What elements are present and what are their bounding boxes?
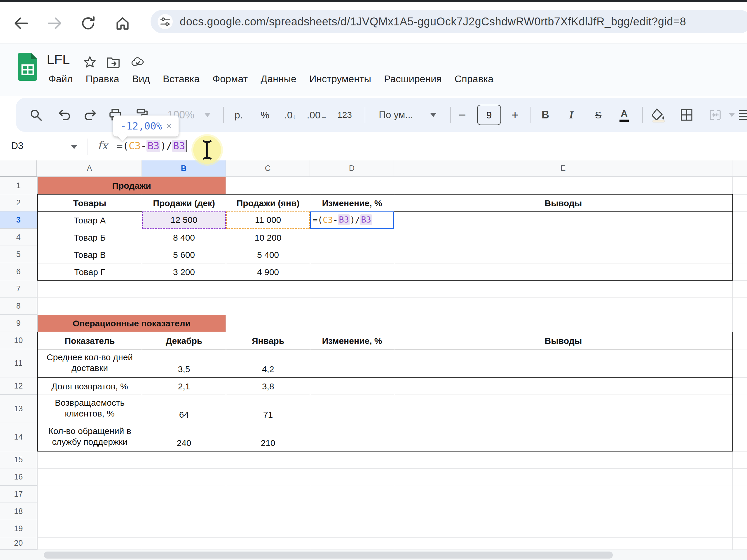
cell-A2[interactable]: Товары bbox=[37, 194, 142, 212]
cell-E3[interactable] bbox=[394, 211, 733, 229]
increase-font-size-button[interactable]: + bbox=[503, 98, 527, 132]
bold-button[interactable]: B bbox=[533, 98, 558, 132]
column-header-partial[interactable] bbox=[732, 160, 747, 177]
cell-A5[interactable]: Товар В bbox=[37, 246, 142, 263]
percent-format-button[interactable]: % bbox=[252, 98, 278, 132]
move-folder-icon[interactable] bbox=[106, 55, 120, 69]
row-header-20[interactable]: 20 bbox=[0, 537, 37, 550]
cell-C2[interactable]: Продажи (янв) bbox=[226, 194, 310, 212]
menu-item-1[interactable]: Файл bbox=[48, 73, 73, 85]
cell-E14[interactable] bbox=[394, 423, 733, 452]
cell-A3[interactable]: Товар А bbox=[37, 211, 142, 229]
cell-C4[interactable]: 10 200 bbox=[226, 229, 310, 246]
cell-C5[interactable]: 5 400 bbox=[226, 246, 310, 263]
row-header-17[interactable]: 17 bbox=[0, 486, 37, 503]
row-header-10[interactable]: 10 bbox=[0, 332, 37, 349]
cell-B6[interactable]: 3 200 bbox=[142, 263, 226, 281]
cell-B12[interactable]: 2,1 bbox=[142, 377, 226, 395]
undo-icon[interactable] bbox=[52, 98, 77, 132]
cell-A13[interactable]: Возвращаемость клиентов, % bbox=[37, 395, 142, 423]
cell-D14[interactable] bbox=[310, 423, 394, 452]
column-header-E[interactable]: E bbox=[394, 160, 732, 177]
cell-D4[interactable] bbox=[310, 229, 394, 246]
select-all-corner[interactable] bbox=[0, 160, 37, 177]
row-header-14[interactable]: 14 bbox=[0, 423, 37, 451]
menu-item-2[interactable]: Правка bbox=[86, 73, 119, 85]
menu-item-9[interactable]: Справка bbox=[455, 73, 493, 85]
decrease-decimal-button[interactable]: .0↓ bbox=[278, 98, 303, 132]
home-icon[interactable] bbox=[112, 13, 133, 34]
font-select-caret-icon[interactable] bbox=[421, 98, 446, 132]
row-header-5[interactable]: 5 bbox=[0, 246, 37, 263]
document-title[interactable]: LFL bbox=[47, 52, 70, 68]
merged-banner-row1[interactable]: Продажи bbox=[37, 177, 226, 194]
menu-item-4[interactable]: Вставка bbox=[163, 73, 200, 85]
row-header-18[interactable]: 18 bbox=[0, 503, 37, 520]
row-header-2[interactable]: 2 bbox=[0, 194, 37, 211]
cell-A6[interactable]: Товар Г bbox=[37, 263, 142, 281]
cell-E4[interactable] bbox=[394, 229, 733, 246]
row-header-1[interactable]: 1 bbox=[0, 177, 37, 194]
decrease-font-size-button[interactable]: − bbox=[450, 98, 475, 132]
menu-item-8[interactable]: Расширения bbox=[384, 73, 442, 85]
cell-A4[interactable]: Товар Б bbox=[37, 229, 142, 246]
cell-C14[interactable]: 210 bbox=[226, 423, 310, 452]
reload-icon[interactable] bbox=[78, 13, 99, 34]
cell-B11[interactable]: 3,5 bbox=[142, 349, 226, 378]
back-icon[interactable] bbox=[10, 13, 31, 34]
spreadsheet-grid[interactable]: ABCDE1234567891011121314151617181920Прод… bbox=[0, 160, 747, 550]
row-header-19[interactable]: 19 bbox=[0, 520, 37, 537]
menu-item-3[interactable]: Вид bbox=[132, 73, 150, 85]
row-header-15[interactable]: 15 bbox=[0, 451, 37, 469]
italic-button[interactable]: I bbox=[559, 98, 584, 132]
cell-E6[interactable] bbox=[394, 263, 733, 281]
cell-D6[interactable] bbox=[310, 263, 394, 281]
row-header-13[interactable]: 13 bbox=[0, 395, 37, 423]
cell-A10[interactable]: Показатель bbox=[37, 332, 142, 349]
forward-icon[interactable] bbox=[44, 13, 66, 34]
row-header-16[interactable]: 16 bbox=[0, 469, 37, 486]
cell-D5[interactable] bbox=[310, 246, 394, 263]
cell-A12[interactable]: Доля возвратов, % bbox=[37, 377, 142, 395]
borders-icon[interactable] bbox=[674, 98, 699, 132]
menu-item-5[interactable]: Формат bbox=[212, 73, 248, 85]
cell-C13[interactable]: 71 bbox=[226, 395, 310, 423]
row-header-9[interactable]: 9 bbox=[0, 315, 37, 332]
menu-item-7[interactable]: Инструменты bbox=[309, 73, 371, 85]
cell-C12[interactable]: 3,8 bbox=[226, 377, 310, 395]
horizontal-scrollbar[interactable] bbox=[0, 550, 747, 560]
column-header-A[interactable]: A bbox=[37, 160, 142, 177]
merged-banner-row9[interactable]: Операционные показатели bbox=[37, 315, 226, 332]
cell-B2[interactable]: Продажи (дек) bbox=[142, 194, 226, 212]
formula-input[interactable]: =(C3-B3)/B3 bbox=[117, 140, 187, 152]
cell-C6[interactable]: 4 900 bbox=[226, 263, 310, 281]
cloud-check-icon[interactable] bbox=[131, 55, 145, 69]
row-header-6[interactable]: 6 bbox=[0, 263, 37, 280]
zoom-caret-icon[interactable] bbox=[195, 98, 220, 132]
text-color-button[interactable]: A bbox=[612, 98, 637, 132]
row-header-3[interactable]: 3 bbox=[0, 211, 37, 229]
cell-A11[interactable]: Среднее кол-во дней доставки bbox=[37, 349, 142, 378]
cell-B4[interactable]: 8 400 bbox=[142, 229, 226, 246]
cell-B5[interactable]: 5 600 bbox=[142, 246, 226, 263]
name-box[interactable]: D3 bbox=[11, 140, 23, 151]
horizontal-align-icon[interactable] bbox=[732, 98, 747, 132]
cell-C11[interactable]: 4,2 bbox=[226, 349, 310, 378]
currency-format-button[interactable]: р. bbox=[226, 98, 251, 132]
sheets-logo-icon[interactable] bbox=[18, 53, 37, 81]
cell-D2[interactable]: Изменение, % bbox=[310, 194, 394, 212]
fill-color-icon[interactable] bbox=[646, 98, 671, 132]
cell-B14[interactable]: 240 bbox=[142, 423, 226, 452]
row-header-8[interactable]: 8 bbox=[0, 297, 37, 315]
more-formats-button[interactable]: 123 bbox=[332, 98, 357, 132]
cell-A14[interactable]: Кол-во обращений в службу поддержки bbox=[37, 423, 142, 452]
menu-item-6[interactable]: Данные bbox=[261, 73, 297, 85]
cell-E11[interactable] bbox=[394, 349, 733, 378]
row-header-4[interactable]: 4 bbox=[0, 229, 37, 246]
cell-C3[interactable]: 11 000 bbox=[226, 211, 310, 229]
strikethrough-button[interactable]: S bbox=[586, 98, 611, 132]
row-header-7[interactable]: 7 bbox=[0, 280, 37, 297]
cell-E13[interactable] bbox=[394, 395, 733, 423]
column-header-C[interactable]: C bbox=[226, 160, 310, 177]
cell-D11[interactable] bbox=[310, 349, 394, 378]
